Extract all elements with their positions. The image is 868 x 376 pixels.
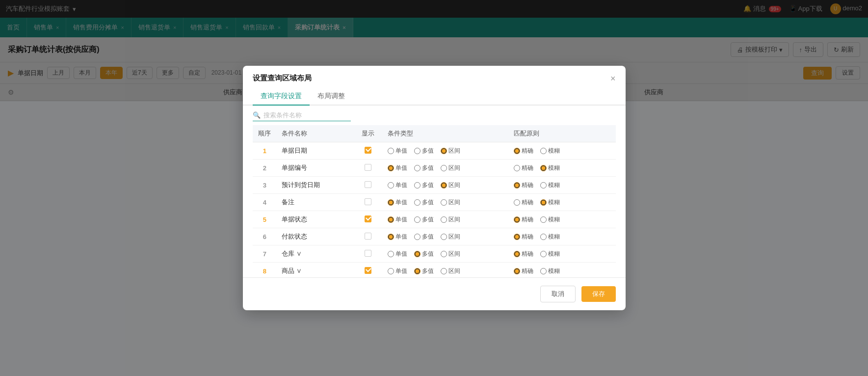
tab-query-fields-label: 查询字段设置 — [261, 92, 302, 100]
tab-query-fields[interactable]: 查询字段设置 — [253, 88, 310, 101]
modal-overlay: 设置查询区域布局 × 查询字段设置 布局调整 🔍 — [0, 0, 868, 101]
settings-modal: 设置查询区域布局 × 查询字段设置 布局调整 🔍 — [243, 66, 626, 101]
modal-close-button[interactable]: × — [610, 74, 616, 83]
modal-title: 设置查询区域布局 — [253, 74, 312, 83]
tab-layout-adjust-label: 布局调整 — [317, 92, 345, 100]
tab-layout-adjust[interactable]: 布局调整 — [310, 88, 353, 101]
modal-header: 设置查询区域布局 × — [243, 66, 626, 83]
modal-tabs: 查询字段设置 布局调整 — [243, 83, 626, 101]
